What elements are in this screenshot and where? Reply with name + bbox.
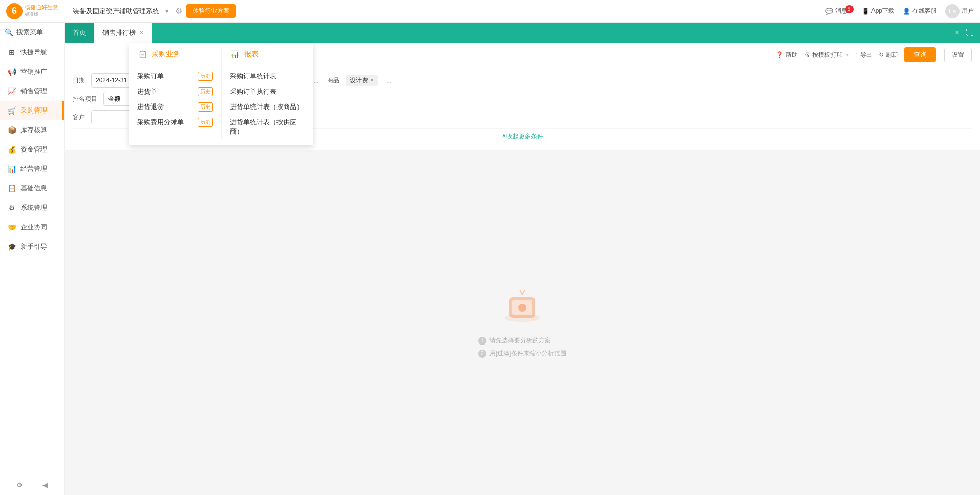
rank-label: 排名项目 <box>73 95 97 103</box>
sidebar-settings-icon[interactable]: ⚙ <box>16 481 23 489</box>
menu-item-receipt-stat-supplier[interactable]: 进货单统计表（按供应商） <box>230 115 306 139</box>
date-label: 日期 <box>73 76 85 85</box>
sidebar: 🔍 搜索菜单 ⊞ 快捷导航 📢 营销推广 📈 销售管理 🛒 采购管理 📦 <box>0 23 65 495</box>
empty-illustration <box>497 287 548 328</box>
menu-item-po-label: 采购订单 <box>137 72 195 81</box>
user-label: 用户 <box>962 7 974 15</box>
menu-item-expense[interactable]: 采购费用分摊单 历史 <box>137 115 213 130</box>
avatar: Ea <box>945 4 960 18</box>
system-icon: ⚙ <box>7 203 16 212</box>
menu-item-receipt-history[interactable]: 历史 <box>198 87 213 96</box>
industry-btn[interactable]: 体验行业方案 <box>186 4 236 18</box>
purchase-section-title: 📋 采购业务 <box>137 49 213 62</box>
menu-item-receipt[interactable]: 进货单 历史 <box>137 84 213 99</box>
tab-fullscreen-icon[interactable]: ⛶ <box>964 26 976 39</box>
tab-home[interactable]: 首页 <box>65 23 94 43</box>
sidebar-item-system[interactable]: ⚙ 系统管理 <box>0 198 64 218</box>
finance-icon: 💰 <box>7 145 16 154</box>
export-btn[interactable]: ↑ 导出 <box>855 51 872 59</box>
svg-line-4 <box>520 290 522 295</box>
online-service-label: 在线客服 <box>912 7 937 15</box>
tab-sales-rank-label: 销售排行榜 <box>102 28 136 37</box>
sidebar-collapse-icon[interactable]: ◀ <box>42 481 48 489</box>
help-btn[interactable]: ❓ 帮助 <box>776 51 798 59</box>
dropdown-menu: 📋 采购业务 采购订单 历史 进货单 历史 进货退货 <box>129 43 313 145</box>
logo-icon: 6 <box>6 3 23 19</box>
menu-item-po[interactable]: 采购订单 历史 <box>137 69 213 84</box>
content-area: 首页 销售排行榜 × × ⛶ ❓ 帮助 🖨 <box>65 23 980 495</box>
sales-icon: 📈 <box>7 87 16 96</box>
main-body: 🔍 搜索菜单 ⊞ 快捷导航 📢 营销推广 📈 销售管理 🛒 采购管理 📦 <box>0 23 980 495</box>
message-badge: 9 <box>845 5 854 13</box>
phone-icon: 📱 <box>862 8 869 15</box>
online-service-btn[interactable]: 👤 在线客服 <box>903 7 937 15</box>
report-section-title: 📊 报表 <box>230 49 306 62</box>
help-label: 帮助 <box>785 51 798 59</box>
report-section-label: 报表 <box>244 50 259 59</box>
settings-button[interactable]: 设置 <box>944 48 972 62</box>
tab-close-icon[interactable]: × <box>140 29 143 36</box>
tip-text-1: 请先选择要分析的方案 <box>489 336 551 345</box>
sidebar-item-basic-info[interactable]: 📋 基础信息 <box>0 179 64 198</box>
logo-badge: 标准版 <box>25 11 58 18</box>
print-icon: 🖨 <box>804 51 810 58</box>
empty-tip-1: 1 请先选择要分析的方案 <box>478 336 567 345</box>
goods-dots[interactable]: ... <box>384 77 394 84</box>
guide-label: 新手引导 <box>20 242 47 251</box>
report-section-icon: 📊 <box>230 49 240 59</box>
settings-icon[interactable]: ⚙ <box>175 6 182 16</box>
tab-bar: 首页 销售排行榜 × × ⛶ <box>65 23 980 43</box>
report-section: 📊 报表 采购订单统计表 采购订单执行表 进货单统计表（按商品） <box>221 49 314 139</box>
sidebar-item-guide[interactable]: 🎓 新手引导 <box>0 237 64 256</box>
cooperation-icon: 🤝 <box>7 223 16 232</box>
purchase-icon: 🛒 <box>7 106 16 115</box>
guide-icon: 🎓 <box>7 242 16 251</box>
inventory-icon: 📦 <box>7 125 16 135</box>
top-nav: 装备及固定资产辅助管理系统 ▾ ⚙ 体验行业方案 <box>71 4 825 18</box>
top-right: 💬 消息 9 📱 App下载 👤 在线客服 Ea 用户 <box>825 4 974 18</box>
menu-item-return[interactable]: 进货退货 历史 <box>137 99 213 115</box>
sidebar-item-marketing[interactable]: 📢 营销推广 <box>0 62 64 81</box>
app-download-btn[interactable]: 📱 App下载 <box>862 7 894 15</box>
sidebar-item-quick-nav[interactable]: ⊞ 快捷导航 <box>0 42 64 62</box>
logo-line1: 畅捷通好生意 <box>25 4 58 11</box>
sidebar-item-operations[interactable]: 📊 经营管理 <box>0 159 64 179</box>
sidebar-item-finance[interactable]: 💰 资金管理 <box>0 140 64 159</box>
menu-item-expense-history[interactable]: 历史 <box>198 118 213 127</box>
empty-tip-2: 2 用[过滤]条件来缩小分析范围 <box>478 349 567 358</box>
user-btn[interactable]: Ea 用户 <box>945 4 974 18</box>
tab-close-all-icon[interactable]: × <box>953 26 962 39</box>
menu-item-receipt-stat-goods[interactable]: 进货单统计表（按商品） <box>230 99 306 115</box>
sidebar-item-purchase[interactable]: 🛒 采购管理 <box>0 101 64 120</box>
purchase-section-icon: 📋 <box>137 49 147 59</box>
inventory-label: 库存核算 <box>20 125 47 135</box>
sidebar-item-sales[interactable]: 📈 销售管理 <box>0 81 64 101</box>
refresh-btn[interactable]: ↻ 刷新 <box>879 51 898 59</box>
sidebar-item-cooperation[interactable]: 🤝 企业协同 <box>0 218 64 237</box>
menu-item-expense-label: 采购费用分摊单 <box>137 118 195 127</box>
menu-item-return-history[interactable]: 历史 <box>198 102 213 112</box>
menu-item-po-stat[interactable]: 采购订单统计表 <box>230 69 306 84</box>
basic-info-icon: 📋 <box>7 184 16 193</box>
menu-item-po-history[interactable]: 历史 <box>198 72 213 81</box>
empty-tips: 1 请先选择要分析的方案 2 用[过滤]条件来缩小分析范围 <box>478 336 567 358</box>
logo-area: 6 畅捷通好生意 标准版 <box>6 3 71 19</box>
message-btn[interactable]: 💬 消息 9 <box>825 7 854 15</box>
marketing-label: 营销推广 <box>20 67 47 76</box>
print-label: 按模板打印 <box>812 51 843 59</box>
refresh-icon: ↻ <box>879 51 884 58</box>
customer-label: 客户 <box>73 113 85 122</box>
dropdown-overlay: 📋 采购业务 采购订单 历史 进货单 历史 进货退货 <box>129 43 313 145</box>
sidebar-item-inventory[interactable]: 📦 库存核算 <box>0 120 64 140</box>
sidebar-item-search[interactable]: 🔍 搜索菜单 <box>0 23 64 42</box>
logo-text: 畅捷通好生意 标准版 <box>25 4 58 17</box>
nav-dropdown-arrow[interactable]: ▾ <box>165 7 169 15</box>
grid-icon: ⊞ <box>7 48 16 57</box>
tab-sales-rank[interactable]: 销售排行榜 × <box>94 23 152 43</box>
print-btn[interactable]: 🖨 按模板打印 ▾ <box>804 51 849 59</box>
tip-num-2: 2 <box>478 350 486 358</box>
goods-tag-close[interactable]: × <box>370 77 374 84</box>
menu-item-po-exec[interactable]: 采购订单执行表 <box>230 84 306 99</box>
top-bar: 6 畅捷通好生意 标准版 装备及固定资产辅助管理系统 ▾ ⚙ 体验行业方案 💬 … <box>0 0 980 23</box>
query-button[interactable]: 查询 <box>904 47 936 62</box>
